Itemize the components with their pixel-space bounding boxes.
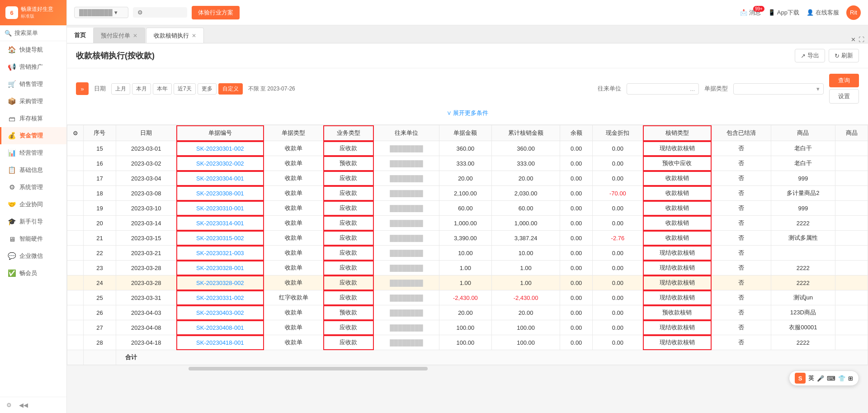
expand-tab-icon[interactable]: ⛶ [859,36,864,43]
billno-link[interactable]: SK-20230315-002 [196,235,244,242]
sidebar-item-inventory[interactable]: 🗃 库存核算 [0,110,66,127]
billno-link[interactable]: SK-20230321-003 [196,250,244,256]
sidebar-item-quicknav[interactable]: 🏠 快捷导航 [0,41,66,58]
table-cell: 0.00 [593,201,643,216]
gear-btn[interactable]: ⚙ [133,7,187,18]
billno-link[interactable]: SK-20230301-002 [196,145,244,152]
date-btn-more[interactable]: 更多 [198,83,217,95]
sidebar-item-wechat[interactable]: 💬 企业微信 [0,247,66,265]
billno-link[interactable]: SK-20230328-001 [196,265,244,271]
sidebar-item-corp[interactable]: 🤝 企业协同 [0,196,66,213]
table-cell: ████████ [374,275,439,290]
refresh-btn[interactable]: ↻ 刷新 [829,49,859,62]
shirt-icon: 👕 [838,375,845,382]
billno-link[interactable]: SK-20230328-002 [196,280,244,286]
sidebar-item-hardware[interactable]: 🖥 智能硬件 [0,230,66,247]
table-row: 272023-04-08SK-20230408-001收款单应收款███████… [67,320,868,335]
billno-cell[interactable]: SK-20230308-001 [176,186,264,201]
date-btn-custom[interactable]: 自定义 [218,83,243,95]
table-cell: 2023-04-03 [116,305,176,320]
tab-home[interactable]: 首页 [67,28,93,43]
table-cell: 0.00 [593,261,643,275]
billno-cell[interactable]: SK-20230304-001 [176,171,264,186]
app-download-btn[interactable]: 📱 App下载 [768,9,799,17]
sidebar-item-marketing[interactable]: 📢 营销推广 [0,58,66,76]
message-btn[interactable]: 📩 消息 99+ [740,9,761,17]
billno-link[interactable]: SK-20230314-001 [196,220,244,227]
col-writeoff-amount: 累计核销金额 [491,125,560,141]
inventory-icon: 🗃 [8,115,16,123]
tab-prepay-close[interactable]: ✕ [133,33,137,39]
sidebar-item-finance[interactable]: 💰 资金管理 [0,127,66,144]
sidebar-item-basic[interactable]: 📋 基础信息 [0,161,66,179]
billno-cell[interactable]: SK-20230315-002 [176,231,264,246]
tab-prepay[interactable]: 预付应付单 ✕ [93,28,145,43]
setting-btn[interactable]: 设置 [829,89,859,104]
sidebar-item-operation[interactable]: 📊 经营管理 [0,144,66,161]
billno-cell[interactable]: SK-20230302-002 [176,156,264,171]
billno-link[interactable]: SK-20230408-001 [196,324,244,331]
topbar-right: 📩 消息 99+ 📱 App下载 👤 在线客服 Rit [740,5,861,20]
keyboard-icon[interactable]: ⌨ [827,375,835,382]
date-btn-this-year[interactable]: 本年 [153,83,172,95]
billno-cell[interactable]: SK-20230418-001 [176,335,264,350]
billno-link[interactable]: SK-20230418-001 [196,339,244,346]
tab-writeoff-close[interactable]: ✕ [192,33,196,39]
sidebar-item-guide[interactable]: 🎓 新手引导 [0,213,66,230]
billno-cell[interactable]: SK-20230331-002 [176,290,264,305]
partner-select[interactable]: ... [627,83,699,95]
close-tab-icon[interactable]: ✕ [851,36,856,43]
industry-solution-btn[interactable]: 体验行业方案 [192,6,240,19]
billno-link[interactable]: SK-20230403-002 [196,309,244,316]
sidebar-search-menu[interactable]: 🔍 搜索菜单 [0,25,66,41]
apps-icon[interactable]: ⊞ [848,375,853,382]
query-btn[interactable]: 查询 [829,74,859,87]
billno-link[interactable]: SK-20230308-001 [196,190,244,197]
billno-link[interactable]: SK-20230331-002 [196,294,244,301]
expand-more-btn[interactable]: ∨ 展开更多条件 [76,107,859,119]
billno-cell[interactable]: SK-20230301-002 [176,141,264,156]
sidebar-item-sales[interactable]: 🛒 销售管理 [0,76,66,93]
settings-gear-icon[interactable]: ⚙ [6,402,12,408]
table-cell: 1.00 [439,261,491,275]
table-cell: 否 [712,261,771,275]
export-btn[interactable]: ↗ 导出 [795,49,825,62]
sidebar-item-member[interactable]: ✅ 畅会员 [0,265,66,282]
billno-cell[interactable]: SK-20230328-002 [176,275,264,290]
billno-cell[interactable]: SK-20230310-001 [176,201,264,216]
col-gear[interactable]: ⚙ [67,125,84,141]
billno-cell[interactable]: SK-20230328-001 [176,261,264,275]
table-cell: 2023-03-02 [116,156,176,171]
tab-writeoff[interactable]: 收款核销执行 ✕ [146,28,204,43]
billno-cell[interactable]: SK-20230403-002 [176,305,264,320]
filter-expand-btn[interactable]: » [76,82,89,95]
billno-link[interactable]: SK-20230302-002 [196,160,244,167]
sidebar-item-purchase[interactable]: 📦 采购管理 [0,93,66,110]
collapse-icon[interactable]: ◀◀ [19,402,28,408]
horizontal-scrollbar[interactable] [67,365,868,371]
online-service-btn[interactable]: 👤 在线客服 [807,9,839,17]
table-header-row: ⚙ 序号 日期 单据编号 单据类型 业务类型 往来单位 单据金额 累计核销金额 … [67,125,868,141]
workspace-dropdown[interactable]: ████████ ▾ [74,7,128,18]
billno-link[interactable]: SK-20230310-001 [196,205,244,212]
table-cell: 16 [84,156,116,171]
scrollbar-thumb [189,367,428,370]
bill-type-select[interactable]: ▾ [733,83,824,95]
table-cell [835,246,868,261]
table-cell [835,171,868,186]
date-btn-this-month[interactable]: 本月 [132,83,151,95]
writeoff-type-cell: 现结收款核销 [643,261,711,275]
date-btn-last-month[interactable]: 上月 [111,83,130,95]
date-btn-7days[interactable]: 近7天 [174,83,196,95]
table-cell: 2023-03-01 [116,141,176,156]
table-cell: 25 [84,290,116,305]
billno-link[interactable]: SK-20230304-001 [196,175,244,182]
billno-cell[interactable]: SK-20230321-003 [176,246,264,261]
table-cell [67,186,84,201]
biztype-cell: 应收款 [323,201,374,216]
user-avatar[interactable]: Rit [846,5,861,20]
billno-cell[interactable]: SK-20230314-001 [176,216,264,231]
sidebar-item-system[interactable]: ⚙ 系统管理 [0,179,66,196]
mic-icon[interactable]: 🎤 [817,375,824,382]
billno-cell[interactable]: SK-20230408-001 [176,320,264,335]
